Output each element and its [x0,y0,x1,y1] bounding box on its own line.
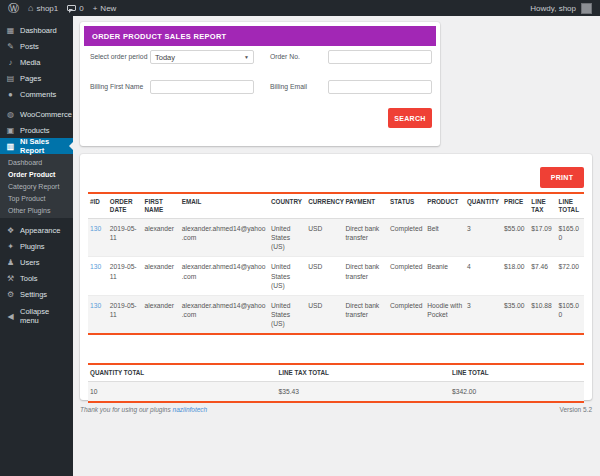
order-period-label: Select order period [90,52,150,61]
billing-first-name-label: Billing First Name [90,82,150,91]
print-button[interactable]: PRINT [540,167,584,188]
table-cell: Completed [388,295,425,334]
column-header: QUANTITY [465,193,502,219]
table-cell: Direct bank transfer [343,219,388,257]
comments-counter-button[interactable]: 0 [67,4,83,13]
submenu-item-category-report[interactable]: Category Report [0,180,73,192]
sidebar-item-users[interactable]: ♟ Users [0,254,73,270]
totals-header-row: QUANTITY TOTAL LINE TAX TOTAL LINE TOTAL [88,364,584,382]
submenu-item-dashboard[interactable]: Dashboard [0,156,73,168]
table-cell: United States (US) [269,257,306,295]
table-cell: United States (US) [269,219,306,257]
user-avatar[interactable] [581,3,592,14]
totals-table: QUANTITY TOTAL LINE TAX TOTAL LINE TOTAL… [88,363,584,403]
sidebar-item-settings[interactable]: ⚙ Settings [0,286,73,302]
column-header: ORDER DATE [108,193,143,219]
products-icon: ▣ [6,126,15,135]
sidebar-item-appearance[interactable]: ❖ Appearance [0,222,73,238]
billing-email-input[interactable] [328,80,432,94]
billing-first-name-input[interactable] [150,80,254,94]
naziinfotech-link[interactable]: naziinfotech [173,406,208,413]
quantity-total-value: 10 [88,381,276,402]
table-cell: alexander.ahmed14@yahoo.com [180,219,269,257]
search-button[interactable]: SEARCH [388,108,432,128]
sidebar-item-label: Dashboard [20,26,57,35]
column-header: PAYMENT [343,193,388,219]
plus-icon: + [93,4,98,13]
table-cell: USD [306,219,343,257]
sidebar-item-label: Posts [20,42,39,51]
admin-sidebar: ▦ Dashboard ✎ Posts ♪ Media ▤ Pages ● Co… [0,16,73,476]
column-header: #ID [88,193,108,219]
table-cell: Direct bank transfer [343,295,388,334]
column-header: LINE TAX [529,193,556,219]
table-cell: $35.00 [502,295,529,334]
new-label: New [100,4,116,13]
column-header: FIRST NAME [143,193,180,219]
order-id-link[interactable]: 130 [90,225,101,232]
order-product-table: #ID ORDER DATE FIRST NAME EMAIL COUNTRY … [88,192,584,335]
wordpress-logo-button[interactable]: Ⓦ [8,3,19,14]
table-cell: alexander.ahmed14@yahoo.com [180,257,269,295]
table-cell: Completed [388,257,425,295]
table-cell: $105.00 [557,295,584,334]
sidebar-item-media[interactable]: ♪ Media [0,54,73,70]
collapse-arrow-icon: ◀ [6,312,15,321]
order-no-input[interactable] [328,50,432,64]
table-cell: $55.00 [502,219,529,257]
admin-bar: Ⓦ ⌂ shop1 0 + New Howdy, shop [0,0,600,16]
table-cell: Completed [388,219,425,257]
submenu-item-order-product[interactable]: Order Product [0,168,73,180]
sidebar-item-dashboard[interactable]: ▦ Dashboard [0,22,73,38]
howdy-account-button[interactable]: Howdy, shop [530,4,576,13]
order-id-link[interactable]: 130 [90,302,101,309]
table-cell: 4 [465,257,502,295]
submenu-item-label: Order Product [8,171,55,178]
table-cell: $17.09 [529,219,556,257]
sidebar-item-woocommerce[interactable]: ◍ WooCommerce [0,106,73,122]
plugins-icon: ✦ [6,242,15,251]
sidebar-item-pages[interactable]: ▤ Pages [0,70,73,86]
table-header-row: #ID ORDER DATE FIRST NAME EMAIL COUNTRY … [88,193,584,219]
site-name-button[interactable]: ⌂ shop1 [28,4,58,13]
plugin-footer: Thank you for using our plugins naziinfo… [80,406,592,413]
column-header: LINE TOTAL [557,193,584,219]
column-header: LINE TAX TOTAL [276,364,450,382]
submenu-item-other-plugins[interactable]: Other Plugins [0,204,73,216]
submenu-item-top-product[interactable]: Top Product [0,192,73,204]
table-cell: United States (US) [269,295,306,334]
comments-icon: ● [6,90,15,99]
tools-icon: ⚒ [6,274,15,283]
order-period-select[interactable]: Today ▼ [150,50,254,64]
sidebar-item-posts[interactable]: ✎ Posts [0,38,73,54]
woocommerce-icon: ◍ [6,110,15,119]
table-cell: 2019-05-11 [108,295,143,334]
footer-thanks-text: Thank you for using our plugins [80,406,171,413]
table-cell: alexander.ahmed14@yahoo.com [180,295,269,334]
sidebar-item-products[interactable]: ▣ Products [0,122,73,138]
sidebar-item-tools[interactable]: ⚒ Tools [0,270,73,286]
sidebar-item-ni-sales-report[interactable]: ▥ Ni Sales Report [0,138,73,154]
column-header: QUANTITY TOTAL [88,364,276,382]
sidebar-item-label: Media [20,58,40,67]
table-cell: alexander [143,295,180,334]
column-header: EMAIL [180,193,269,219]
submenu-item-label: Top Product [8,195,45,202]
table-cell: $165.00 [557,219,584,257]
howdy-label: Howdy, shop [530,4,576,13]
pages-icon: ▤ [6,74,15,83]
table-cell: alexander [143,257,180,295]
table-row: 130 2019-05-11 alexander alexander.ahmed… [88,219,584,257]
report-panel: PRINT #ID ORDER DATE FIRST NAME EMAIL CO… [80,154,592,400]
ni-sales-report-submenu: Dashboard Order Product Category Report … [0,154,73,218]
sidebar-item-plugins[interactable]: ✦ Plugins [0,238,73,254]
new-content-button[interactable]: + New [93,4,117,13]
table-cell: USD [306,295,343,334]
collapse-menu-button[interactable]: ◀ Collapse menu [0,308,73,324]
sales-report-icon: ▥ [6,142,15,151]
order-id-link[interactable]: 130 [90,263,101,270]
column-header: COUNTRY [269,193,306,219]
sidebar-item-comments[interactable]: ● Comments [0,86,73,102]
sidebar-item-label: WooCommerce [20,110,72,119]
users-icon: ♟ [6,258,15,267]
